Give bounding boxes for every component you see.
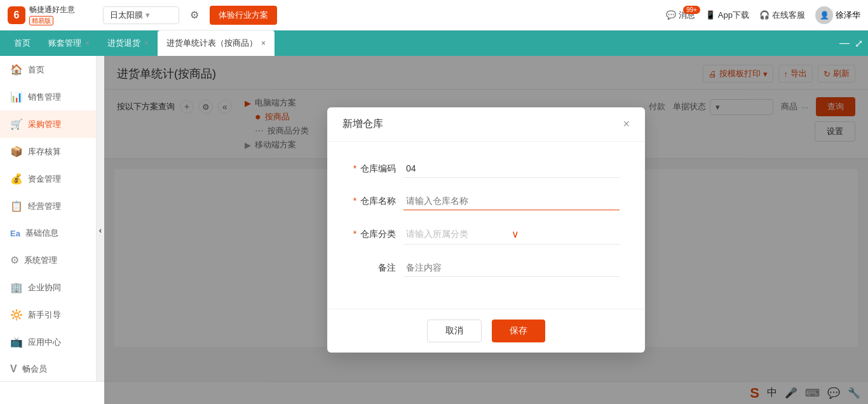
basic-icon: Ea xyxy=(10,229,20,238)
home-icon: 🏠 xyxy=(10,64,23,76)
sidebar-item-home[interactable]: 🏠 首页 xyxy=(0,56,96,83)
sidebar-item-operations-label: 经营管理 xyxy=(28,201,61,212)
logo-area: 6 畅捷通好生意 精易版 xyxy=(8,4,97,25)
tab-returns-close[interactable]: × xyxy=(144,39,149,48)
warehouse-code-input[interactable] xyxy=(403,159,620,178)
add-warehouse-modal: 新增仓库 × * 仓库编码 * xyxy=(327,107,645,353)
store-selector[interactable]: 日太阳膜 ▾ xyxy=(103,6,179,24)
sidebar-item-member-label: 畅会员 xyxy=(22,363,47,375)
member-icon: V xyxy=(10,363,17,375)
tab-account-close[interactable]: × xyxy=(85,39,90,48)
sidebar-item-basic-label: 基础信息 xyxy=(25,227,58,239)
operations-icon: 📋 xyxy=(10,200,23,212)
sidebar-item-finance-label: 资金管理 xyxy=(28,173,61,185)
apps-icon: 📺 xyxy=(10,336,23,348)
sidebar-item-system-label: 系统管理 xyxy=(24,255,57,266)
warehouse-category-label: * 仓库分类 xyxy=(353,229,403,240)
sales-icon: 📊 xyxy=(10,91,23,103)
gear-icon: ⚙ xyxy=(190,9,199,21)
user-name: 徐泽华 xyxy=(836,10,860,21)
sidebar-item-enterprise-label: 企业协同 xyxy=(28,282,61,293)
warehouse-category-select[interactable]: 请输入所属分类 ∨ xyxy=(403,224,620,245)
brand-name: 畅捷通好生意 xyxy=(29,4,75,15)
sidebar-item-finance[interactable]: 💰 资金管理 xyxy=(0,165,96,192)
warehouse-note-label: 备注 xyxy=(353,262,403,274)
sidebar-item-inventory[interactable]: 📦 库存核算 xyxy=(0,138,96,165)
enterprise-icon: 🏢 xyxy=(10,281,23,293)
sidebar-item-home-label: 首页 xyxy=(28,64,44,76)
content-area: 进货单统计(按商品) 🖨 按模板打印 ▾ ↑ 导出 ↻ 刷新 xyxy=(104,56,868,404)
sidebar-item-apps-label: 应用中心 xyxy=(28,337,61,348)
message-button[interactable]: 💬 消息 99+ xyxy=(666,10,695,21)
chevron-down-icon: ▾ xyxy=(146,10,150,20)
sidebar-item-apps[interactable]: 📺 应用中心 xyxy=(0,328,96,356)
warehouse-name-label: * 仓库名称 xyxy=(353,196,403,207)
sidebar-item-sales[interactable]: 📊 销售管理 xyxy=(0,83,96,111)
service-label: 在线客服 xyxy=(772,10,805,21)
sidebar: 🏠 首页 📊 销售管理 🛒 采购管理 📦 库存核算 💰 资金管理 📋 经营管理 … xyxy=(0,56,97,404)
tab-bar: 首页 账套管理 × 进货退货 × 进货单统计表（按商品） × — ⤢ xyxy=(0,30,868,56)
brand-badge: 精易版 xyxy=(29,16,53,25)
category-placeholder: 请输入所属分类 xyxy=(406,229,512,240)
message-icon: 💬 xyxy=(666,10,676,20)
sidebar-collapse-button[interactable]: ‹ xyxy=(97,56,104,404)
main-layout: 🏠 首页 📊 销售管理 🛒 采购管理 📦 库存核算 💰 资金管理 📋 经营管理 … xyxy=(0,56,868,404)
logo-icon: 6 xyxy=(8,6,25,24)
tab-home-label: 首页 xyxy=(14,37,31,49)
modal-footer: 取消 保存 xyxy=(327,309,645,353)
tab-maximize-icon[interactable]: ⤢ xyxy=(855,37,863,50)
tab-returns-label: 进货退货 xyxy=(107,37,140,49)
customer-service-button[interactable]: 🎧 在线客服 xyxy=(759,10,805,21)
modal-header: 新增仓库 × xyxy=(327,107,645,142)
purchase-icon: 🛒 xyxy=(10,118,23,130)
modal-overlay: 新增仓库 × * 仓库编码 * xyxy=(104,56,868,404)
sidebar-item-system[interactable]: ⚙ 系统管理 xyxy=(0,246,96,274)
app-icon: 📱 xyxy=(705,10,715,20)
warehouse-name-input[interactable] xyxy=(403,192,620,210)
sidebar-item-operations[interactable]: 📋 经营管理 xyxy=(0,192,96,220)
modal-close-button[interactable]: × xyxy=(623,118,630,131)
warehouse-note-input[interactable] xyxy=(403,259,620,277)
finance-icon: 💰 xyxy=(10,173,23,185)
guide-icon: 🔆 xyxy=(10,309,23,321)
sidebar-item-inventory-label: 库存核算 xyxy=(28,146,61,158)
cancel-button[interactable]: 取消 xyxy=(427,320,482,342)
app-download-button[interactable]: 📱 App下载 xyxy=(705,10,749,21)
tab-home[interactable]: 首页 xyxy=(5,30,39,56)
system-icon: ⚙ xyxy=(10,254,19,266)
modal-title: 新增仓库 xyxy=(342,118,383,131)
warehouse-code-row: * 仓库编码 xyxy=(353,159,620,178)
warehouse-note-row: 备注 xyxy=(353,259,620,277)
sidebar-item-member[interactable]: V 畅会员 xyxy=(0,356,96,382)
trial-button[interactable]: 体验行业方案 xyxy=(210,6,277,25)
tab-stats-close[interactable]: × xyxy=(261,39,266,48)
sidebar-item-guide[interactable]: 🔆 新手引导 xyxy=(0,301,96,328)
avatar: 👤 xyxy=(815,6,833,24)
tab-stats-label: 进货单统计表（按商品） xyxy=(166,37,257,49)
sidebar-item-sales-label: 销售管理 xyxy=(28,91,61,103)
warehouse-name-row: * 仓库名称 xyxy=(353,192,620,210)
app-label: App下载 xyxy=(718,10,749,21)
tab-bar-actions: — ⤢ xyxy=(839,37,863,50)
store-name: 日太阳膜 xyxy=(110,10,143,21)
message-badge: 99+ xyxy=(683,6,700,14)
warehouse-category-row: * 仓库分类 请输入所属分类 ∨ xyxy=(353,224,620,245)
tab-returns[interactable]: 进货退货 × xyxy=(98,30,158,56)
tab-minimize-icon[interactable]: — xyxy=(839,37,850,50)
tab-account[interactable]: 账套管理 × xyxy=(39,30,98,56)
sidebar-item-purchase[interactable]: 🛒 采购管理 xyxy=(0,111,96,138)
tab-stats[interactable]: 进货单统计表（按商品） × xyxy=(158,30,275,56)
save-button[interactable]: 保存 xyxy=(492,320,545,342)
tab-account-label: 账套管理 xyxy=(48,37,81,49)
user-avatar-area[interactable]: 👤 徐泽华 xyxy=(815,6,860,24)
modal-body: * 仓库编码 * 仓库名称 xyxy=(327,142,645,309)
warehouse-code-label: * 仓库编码 xyxy=(353,163,403,175)
inventory-icon: 📦 xyxy=(10,145,23,158)
sidebar-item-purchase-label: 采购管理 xyxy=(28,119,61,130)
top-header: 6 畅捷通好生意 精易版 日太阳膜 ▾ ⚙ 体验行业方案 💬 消息 99+ 📱 … xyxy=(0,0,868,30)
sidebar-item-enterprise[interactable]: 🏢 企业协同 xyxy=(0,274,96,301)
sidebar-item-basic[interactable]: Ea 基础信息 xyxy=(0,220,96,246)
gear-button[interactable]: ⚙ xyxy=(186,6,203,24)
header-right: 💬 消息 99+ 📱 App下载 🎧 在线客服 👤 徐泽华 xyxy=(666,6,860,24)
sidebar-item-guide-label: 新手引导 xyxy=(28,309,61,321)
